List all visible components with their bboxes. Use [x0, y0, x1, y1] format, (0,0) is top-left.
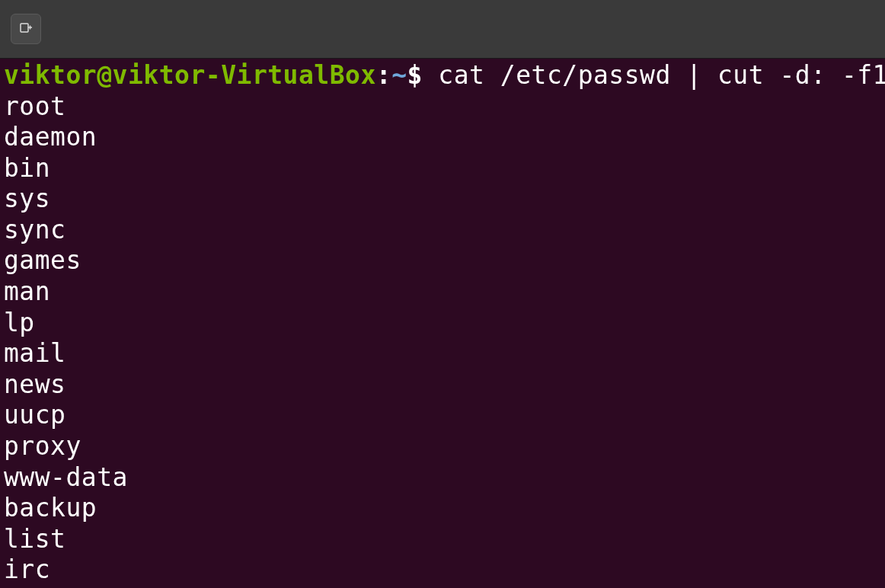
output-line: games	[4, 245, 881, 276]
output-line: www-data	[4, 462, 881, 494]
output-line: root	[4, 91, 881, 123]
output-line: irc	[4, 554, 881, 586]
output-line: bin	[4, 153, 881, 184]
output-container: rootdaemonbinsyssyncgamesmanlpmailnewsuu…	[4, 91, 881, 586]
prompt-path: ~	[391, 60, 407, 90]
command-input: cat /etc/passwd | cut -d: -f1	[438, 60, 885, 90]
svg-rect-0	[21, 24, 28, 32]
prompt-user-host: viktor@viktor-VirtualBox	[4, 60, 376, 90]
output-line: uucp	[4, 400, 881, 431]
output-line: sync	[4, 215, 881, 246]
output-line: man	[4, 276, 881, 308]
prompt-symbol: $	[407, 60, 423, 90]
output-line: proxy	[4, 431, 881, 462]
output-line: lp	[4, 308, 881, 339]
output-line: list	[4, 524, 881, 555]
new-tab-icon	[18, 20, 34, 38]
output-line: backup	[4, 493, 881, 524]
output-line: sys	[4, 184, 881, 215]
output-line: news	[4, 369, 881, 401]
prompt-separator: :	[376, 60, 391, 90]
terminal-area[interactable]: viktor@viktor-VirtualBox:~$ cat /etc/pas…	[0, 59, 885, 587]
window-titlebar	[0, 0, 885, 59]
command-text	[423, 60, 438, 90]
output-line: mail	[4, 338, 881, 369]
prompt-line: viktor@viktor-VirtualBox:~$ cat /etc/pas…	[4, 60, 881, 91]
output-line: daemon	[4, 122, 881, 153]
new-tab-button[interactable]	[11, 14, 41, 44]
